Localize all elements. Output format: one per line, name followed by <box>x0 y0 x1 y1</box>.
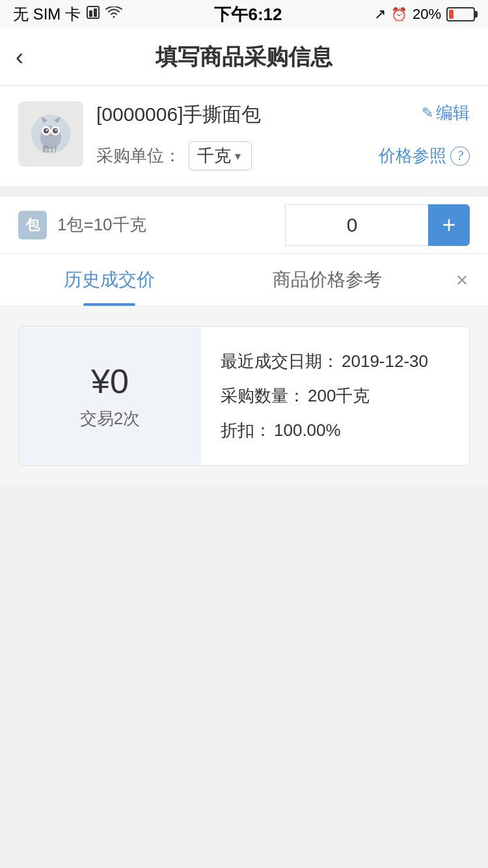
currency-symbol: ¥ <box>91 362 110 400</box>
battery-percent: 20% <box>413 6 441 23</box>
recent-date-row: 最近成交日期： 2019-12-30 <box>221 350 450 373</box>
tab-history-price[interactable]: 历史成交价 <box>0 254 218 306</box>
bag-icon: 包 <box>18 211 47 239</box>
quantity-label-group: 包 1包=10千克 <box>18 211 146 239</box>
svg-text:数计: 数计 <box>42 144 58 154</box>
carrier-label: 无 SIM 卡 <box>13 4 81 25</box>
nav-bar: ‹ 填写商品采购信息 <box>0 29 488 86</box>
unit-dropdown[interactable]: 千克 ▾ <box>189 141 252 170</box>
product-image: 数计 <box>18 102 83 167</box>
dropdown-arrow-icon: ▾ <box>235 149 241 163</box>
tab-history-price-label: 历史成交价 <box>64 267 155 292</box>
unit-value: 千克 <box>197 144 231 167</box>
status-left: 无 SIM 卡 <box>13 4 122 25</box>
sim-icon <box>86 5 100 23</box>
quantity-plus-button[interactable]: + <box>428 204 470 246</box>
bag-ratio-label: 1包=10千克 <box>57 213 146 236</box>
quantity-row: 包 1包=10千克 + <box>0 197 488 254</box>
tab-close-button[interactable]: × <box>436 254 488 306</box>
svg-rect-1 <box>89 10 92 17</box>
price-reference-button[interactable]: 价格参照 ? <box>379 144 470 167</box>
purchase-qty-label: 采购数量： <box>221 385 305 407</box>
back-button[interactable]: ‹ <box>16 44 23 71</box>
transaction-card: ¥0 交易2次 最近成交日期： 2019-12-30 采购数量： 200千克 折… <box>18 326 470 466</box>
svg-rect-2 <box>94 8 97 17</box>
transaction-price-display: ¥0 <box>91 362 129 401</box>
discount-label: 折扣： <box>221 419 271 442</box>
section-divider <box>0 186 488 197</box>
tab-product-price-ref-label: 商品价格参考 <box>273 267 382 292</box>
tabs-container: 历史成交价 商品价格参考 × ¥0 交易2次 最近成交日期： 2019-12-3… <box>0 254 488 485</box>
location-icon: ↗ <box>374 6 386 23</box>
svg-point-12 <box>55 129 57 131</box>
transaction-count: 交易2次 <box>80 407 140 430</box>
status-time: 下午6:12 <box>214 3 282 26</box>
wifi-icon <box>105 5 122 23</box>
product-card: 数计 [0000006]手撕面包 ✎ 编辑 采购单位： 千克 ▾ 价格参照 ? <box>0 86 488 186</box>
transaction-details-panel: 最近成交日期： 2019-12-30 采购数量： 200千克 折扣： 100.0… <box>201 327 469 465</box>
page-title: 填写商品采购信息 <box>156 42 332 72</box>
recent-date-value: 2019-12-30 <box>342 351 428 372</box>
edit-button[interactable]: ✎ 编辑 <box>422 102 470 124</box>
price-reference-label: 价格参照 <box>379 144 446 167</box>
quantity-input-group: + <box>285 204 470 246</box>
price-value: 0 <box>110 362 129 400</box>
status-bar: 无 SIM 卡 下午6:12 ↗ ⏰ 20% <box>0 0 488 29</box>
product-logo: 数计 <box>28 111 74 157</box>
discount-value: 100.00% <box>274 420 341 441</box>
svg-point-11 <box>46 129 48 131</box>
product-info: [0000006]手撕面包 ✎ 编辑 采购单位： 千克 ▾ 价格参照 ? <box>96 102 470 170</box>
status-right: ↗ ⏰ 20% <box>374 6 475 23</box>
unit-label: 采购单位： <box>96 144 181 167</box>
purchase-qty-value: 200千克 <box>308 385 370 407</box>
help-icon[interactable]: ? <box>450 146 470 166</box>
battery-icon <box>446 7 475 21</box>
svg-rect-0 <box>87 7 99 18</box>
discount-row: 折扣： 100.00% <box>221 419 450 442</box>
purchase-qty-row: 采购数量： 200千克 <box>221 385 450 407</box>
quantity-input[interactable] <box>285 204 428 246</box>
alarm-icon: ⏰ <box>391 7 407 22</box>
recent-date-label: 最近成交日期： <box>221 350 339 373</box>
tabs-header: 历史成交价 商品价格参考 × <box>0 254 488 306</box>
tab-product-price-ref[interactable]: 商品价格参考 <box>218 254 436 306</box>
edit-icon: ✎ <box>422 105 433 122</box>
tab-underline <box>83 303 135 306</box>
tab-content: ¥0 交易2次 最近成交日期： 2019-12-30 采购数量： 200千克 折… <box>0 306 488 485</box>
product-name: [0000006]手撕面包 <box>96 102 422 128</box>
transaction-price-panel: ¥0 交易2次 <box>19 327 201 465</box>
